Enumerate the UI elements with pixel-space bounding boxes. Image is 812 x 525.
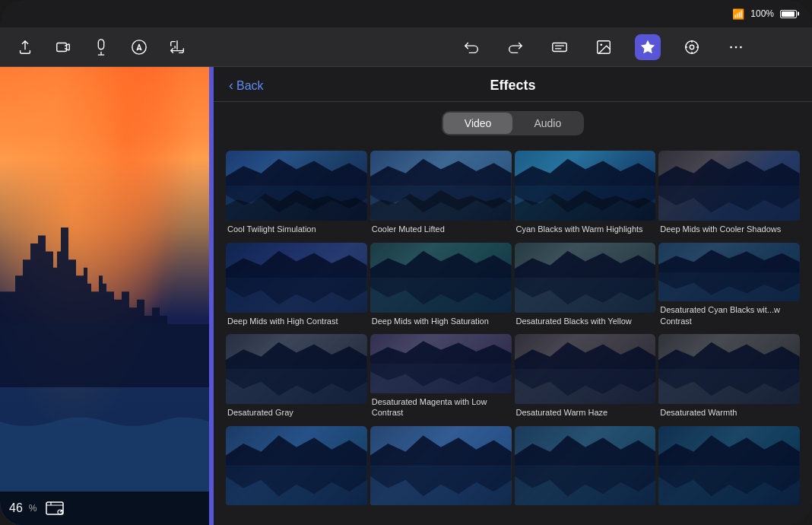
svg-rect-11: [46, 502, 63, 514]
effect-thumbnail: [370, 426, 512, 505]
camera-icon: [55, 39, 71, 56]
navigate-icon: [131, 39, 147, 56]
tabs-container: Video Audio: [214, 102, 812, 145]
svg-point-5: [690, 45, 694, 49]
effect-item[interactable]: Cooler Muted Lifted: [370, 151, 512, 240]
toolbar-left: [12, 34, 404, 60]
share-button[interactable]: [12, 34, 38, 60]
effect-item[interactable]: Desaturated Blacks with Yellow: [515, 243, 656, 332]
effect-item[interactable]: Desaturated Cyan Blacks wit...w Contrast: [658, 243, 800, 332]
effect-item[interactable]: Deep Mids with High Contrast: [226, 243, 367, 332]
effect-label: [658, 508, 800, 513]
svg-rect-1: [553, 43, 566, 51]
undo-button[interactable]: [458, 34, 484, 60]
effect-label: Deep Mids with High Saturation: [370, 316, 512, 331]
effect-item[interactable]: Cyan Blacks with Warm Highlights: [515, 151, 656, 240]
effect-label: Desaturated Gray: [226, 407, 367, 422]
effect-label: Cyan Blacks with Warm Highlights: [515, 224, 656, 239]
effect-label: [515, 508, 656, 513]
status-indicators: 📶 100%: [732, 8, 797, 20]
more-button[interactable]: [723, 34, 749, 60]
effect-label: Deep Mids with Cooler Shadows: [658, 224, 800, 239]
effect-item[interactable]: Desaturated Gray: [226, 334, 367, 423]
appearance-icon: [684, 39, 700, 56]
effect-item[interactable]: Desaturated Warmth: [658, 334, 800, 423]
svg-point-6: [730, 46, 732, 48]
back-label: Back: [236, 79, 264, 93]
effect-thumbnail: [226, 426, 367, 505]
preview-image: [0, 67, 209, 525]
text-card-button[interactable]: [547, 34, 573, 60]
effect-thumbnail: [515, 243, 656, 313]
effect-thumbnail: [658, 243, 800, 302]
navigate-button[interactable]: [126, 34, 152, 60]
camera-button[interactable]: [50, 34, 76, 60]
effect-item[interactable]: [226, 426, 367, 513]
undo-icon: [463, 39, 480, 56]
effect-label: Desaturated Blacks with Yellow: [515, 316, 656, 331]
preview-panel: 46 %: [0, 67, 209, 525]
effect-item[interactable]: [658, 426, 800, 513]
effect-thumbnail: [226, 334, 367, 404]
effects-grid: Cool Twilight SimulationCooler Muted Lif…: [214, 145, 812, 525]
effects-title: Effects: [490, 78, 535, 94]
device-wrapper: 📶 100%: [0, 0, 812, 525]
effects-star-button[interactable]: [635, 34, 661, 60]
effect-thumbnail: [226, 151, 367, 221]
effect-thumbnail: [658, 334, 800, 404]
back-chevron-icon: ‹: [229, 78, 233, 94]
mic-icon: [93, 39, 109, 56]
text-card-icon: [551, 39, 568, 56]
effect-thumbnail: [515, 426, 656, 505]
effect-thumbnail: [370, 334, 512, 393]
redo-button[interactable]: [503, 34, 528, 60]
star-icon: [639, 39, 656, 56]
effect-item[interactable]: Deep Mids with High Saturation: [370, 243, 512, 332]
export-button[interactable]: [164, 34, 190, 60]
gallery-icon: [595, 39, 612, 56]
svg-point-0: [132, 40, 146, 53]
effect-label: [370, 508, 512, 513]
tab-audio[interactable]: Audio: [512, 113, 582, 134]
share-icon: [17, 39, 33, 56]
appearance-button[interactable]: [679, 34, 705, 60]
redo-icon: [507, 39, 524, 56]
export-icon: [169, 39, 186, 56]
preview-percentage: 46: [9, 501, 23, 515]
effect-label: Desaturated Magenta with Low Contrast: [370, 396, 512, 423]
gallery-button[interactable]: [591, 34, 617, 60]
toolbar-center: [408, 34, 800, 60]
battery-icon: [780, 10, 797, 18]
more-icon: [728, 39, 744, 56]
effect-thumbnail: [515, 334, 656, 404]
svg-point-3: [600, 43, 602, 46]
clip-icon[interactable]: [46, 501, 64, 515]
effect-item[interactable]: [515, 426, 656, 513]
back-button[interactable]: ‹ Back: [229, 78, 264, 94]
effect-item[interactable]: Desaturated Warm Haze: [515, 334, 656, 423]
effects-panel: ‹ Back Effects Video Audio Cool Twilight…: [211, 67, 812, 525]
effect-item[interactable]: Desaturated Magenta with Low Contrast: [370, 334, 512, 423]
effects-header: ‹ Back Effects: [214, 67, 812, 102]
effect-label: Desaturated Warmth: [658, 407, 800, 422]
wifi-icon: 📶: [732, 8, 744, 20]
toolbar: [0, 27, 812, 67]
city-silhouette: [0, 228, 209, 388]
main-content: 46 % ‹ Back Effects: [0, 67, 812, 525]
effect-item[interactable]: [370, 426, 512, 513]
effect-thumbnail: [370, 243, 512, 313]
effect-label: Desaturated Cyan Blacks wit...w Contrast: [658, 304, 800, 331]
tab-video[interactable]: Video: [443, 113, 513, 134]
tabs-wrapper: Video Audio: [442, 111, 584, 135]
effect-label: Cooler Muted Lifted: [370, 224, 512, 239]
effect-thumbnail: [658, 426, 800, 505]
preview-percent-sign: %: [29, 503, 37, 514]
mic-button[interactable]: [88, 34, 114, 60]
effect-item[interactable]: Cool Twilight Simulation: [226, 151, 367, 240]
battery-text: 100%: [750, 8, 774, 19]
preview-controls: 46 %: [0, 492, 209, 525]
effect-item[interactable]: Deep Mids with Cooler Shadows: [658, 151, 800, 240]
status-bar: 📶 100%: [0, 0, 812, 27]
effect-thumbnail: [226, 243, 367, 313]
effect-label: Desaturated Warm Haze: [515, 407, 656, 422]
